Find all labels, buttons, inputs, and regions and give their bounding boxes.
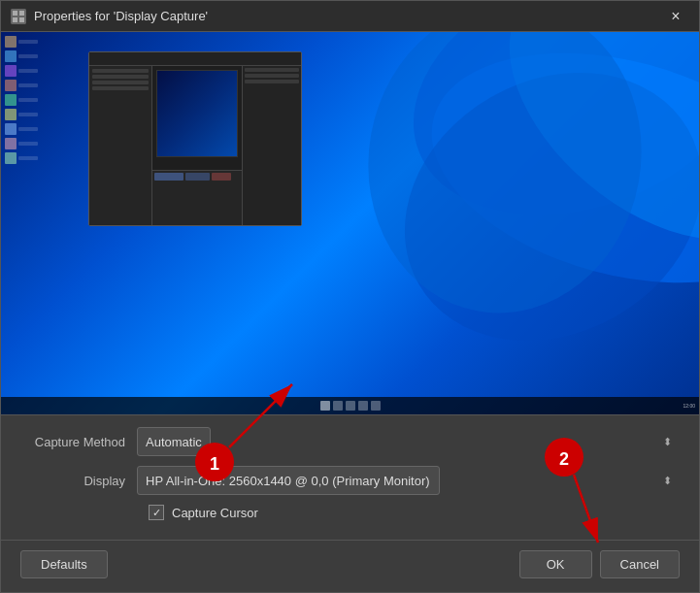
display-select[interactable]: HP All-in-One: 2560x1440 @ 0,0 (Primary … — [137, 466, 440, 495]
obs-titlebar-preview — [89, 52, 301, 66]
ok-cancel-group: OK Cancel — [519, 550, 680, 578]
svg-rect-4 — [19, 17, 24, 22]
desktop-icon-4 — [5, 80, 38, 91]
ok-button[interactable]: OK — [519, 550, 592, 578]
desktop-icon-2 — [5, 50, 38, 62]
capture-method-select[interactable]: Automatic — [137, 427, 211, 456]
display-row: Display HP All-in-One: 2560x1440 @ 0,0 (… — [20, 466, 680, 495]
capture-method-row: Capture Method Automatic ⬍ — [20, 427, 680, 456]
desktop-icon-6 — [5, 109, 38, 120]
svg-rect-1 — [13, 11, 17, 16]
desktop-icon-8 — [5, 138, 38, 149]
defaults-button[interactable]: Defaults — [20, 550, 108, 578]
title-bar: Properties for 'Display Capture' × — [1, 1, 699, 32]
capture-cursor-checkbox-wrapper[interactable]: Capture Cursor — [149, 505, 258, 520]
win11-wallpaper-flower — [311, 32, 699, 343]
desktop-icon-1 — [5, 36, 38, 48]
close-button[interactable]: × — [662, 3, 689, 30]
obs-window-in-preview — [88, 51, 302, 226]
display-arrow-icon: ⬍ — [663, 475, 672, 487]
obs-left-panel-preview — [89, 66, 152, 225]
desktop-icon-5 — [5, 94, 38, 106]
desktop-icon-7 — [5, 123, 38, 135]
desktop-preview: 12:00 — [1, 32, 699, 414]
desktop-icon-3 — [5, 65, 38, 77]
controls-area: Capture Method Automatic ⬍ Display HP Al… — [1, 414, 699, 540]
taskbar-icons — [320, 401, 381, 411]
capture-cursor-label: Capture Cursor — [172, 506, 258, 520]
taskbar-preview: 12:00 — [1, 397, 699, 414]
capture-cursor-checkbox[interactable] — [149, 505, 164, 520]
svg-rect-3 — [13, 17, 17, 22]
capture-method-arrow-icon: ⬍ — [663, 436, 672, 448]
button-row: Defaults OK Cancel — [1, 540, 699, 592]
desktop-icons-area — [5, 36, 38, 164]
display-label: Display — [20, 474, 137, 488]
svg-rect-2 — [19, 11, 24, 16]
capture-cursor-row: Capture Cursor — [149, 505, 680, 520]
capture-method-select-wrapper: Automatic ⬍ — [137, 427, 680, 456]
title-bar-icon — [11, 9, 26, 24]
dialog-window: Properties for 'Display Capture' × — [0, 0, 700, 593]
capture-method-label: Capture Method — [20, 435, 137, 449]
cancel-button[interactable]: Cancel — [600, 550, 680, 578]
desktop-icon-9 — [5, 152, 38, 164]
dialog-title: Properties for 'Display Capture' — [34, 9, 662, 23]
display-select-wrapper: HP All-in-One: 2560x1440 @ 0,0 (Primary … — [137, 466, 680, 495]
preview-area: 12:00 — [1, 32, 699, 414]
taskbar-right-area: 12:00 — [683, 403, 695, 409]
